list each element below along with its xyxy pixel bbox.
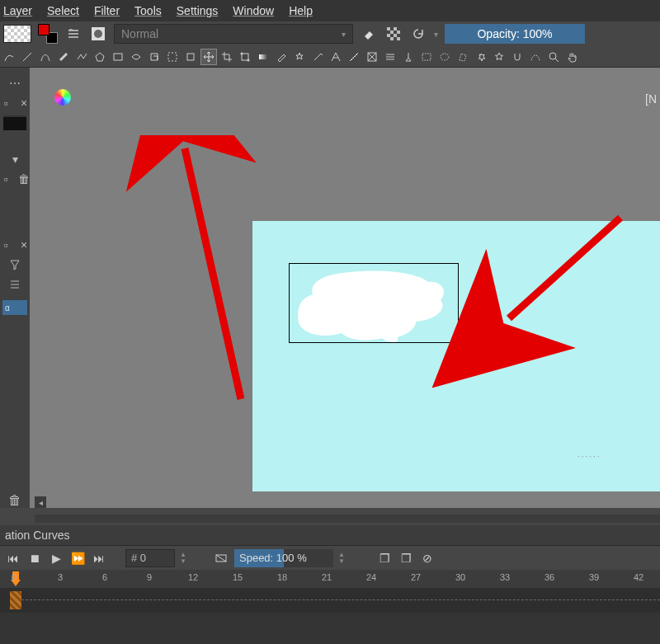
tool-calligraphy[interactable] xyxy=(56,49,71,64)
frame-number-input[interactable]: # 0 xyxy=(125,549,175,567)
eraser-toggle-icon[interactable] xyxy=(360,25,378,43)
play-button[interactable]: ▶ xyxy=(48,550,64,566)
tool-zoom[interactable] xyxy=(546,49,561,64)
opacity-value: Opacity: 100% xyxy=(477,27,552,40)
svg-line-16 xyxy=(185,148,241,399)
menu-layer[interactable]: Layer xyxy=(3,4,32,17)
layer-item-alpha[interactable]: α xyxy=(2,300,27,315)
add-layer-icon[interactable]: ▫ xyxy=(0,172,13,186)
frame-spinner[interactable]: ▲▼ xyxy=(180,549,191,567)
tool-multi[interactable] xyxy=(147,49,162,64)
tool-smart-patch[interactable] xyxy=(292,49,307,64)
tool-poly-select[interactable] xyxy=(455,49,470,64)
tool-fill[interactable] xyxy=(310,49,325,64)
onion-skin-icon[interactable]: ❐ xyxy=(376,550,393,566)
tick-36: 36 xyxy=(544,572,554,582)
svg-rect-5 xyxy=(114,54,122,60)
blend-mode-dropdown[interactable]: Normal ▾ xyxy=(114,24,353,44)
tool-similar-select[interactable] xyxy=(474,49,488,64)
tool-rect-select[interactable] xyxy=(419,49,434,64)
tool-move[interactable] xyxy=(201,49,216,64)
color-swatch[interactable] xyxy=(38,24,58,44)
dock-collapse-icon[interactable]: ▾ xyxy=(7,152,22,167)
tool-assistant[interactable] xyxy=(328,49,343,64)
pattern-swatch[interactable] xyxy=(3,25,31,43)
animation-curves-panel-title[interactable]: ation Curves xyxy=(0,525,660,545)
skip-forward-button[interactable]: ⏭ xyxy=(91,550,107,566)
reload-brush-icon[interactable] xyxy=(409,25,427,43)
filter-icon[interactable] xyxy=(7,257,22,272)
tool-ellipse-select[interactable] xyxy=(437,49,452,64)
tool-dyna[interactable] xyxy=(129,49,144,64)
brush-settings-icon[interactable] xyxy=(64,25,82,43)
tool-gradient[interactable] xyxy=(256,49,271,64)
tool-pan[interactable] xyxy=(564,49,579,64)
menu-select[interactable]: Select xyxy=(47,4,79,17)
frame-value: 0 xyxy=(140,552,146,564)
tick-42: 42 xyxy=(634,572,644,582)
resize-grip-icon[interactable]: ······ xyxy=(578,452,602,457)
speed-slider[interactable]: Speed: 100 % xyxy=(234,549,333,567)
alpha-lock-icon[interactable] xyxy=(384,25,403,43)
tool-row xyxy=(0,46,660,68)
dock-float-icon[interactable]: ▫ xyxy=(0,96,13,110)
timeline-ruler[interactable]: 0 3 6 9 12 15 18 21 24 27 30 33 36 39 42 xyxy=(0,570,660,588)
drop-frames-icon[interactable] xyxy=(213,550,229,566)
stop-button[interactable]: ⏹ xyxy=(26,550,43,566)
animation-toolbar: ⏮ ⏹ ▶ ⏩ ⏭ # 0 ▲▼ Speed: 100 % ▲▼ ❐ ❐ ⊘ xyxy=(0,545,660,570)
speed-spinner[interactable]: ▲▼ xyxy=(338,549,350,567)
onion-skin-disable-icon[interactable]: ⊘ xyxy=(419,550,436,566)
canvas-viewport[interactable]: [N ◂ xyxy=(30,68,660,508)
list-icon[interactable] xyxy=(7,277,22,292)
menu-help[interactable]: Help xyxy=(289,4,313,17)
tick-0: 0 xyxy=(12,572,16,582)
tool-reference[interactable] xyxy=(365,49,380,64)
tool-picker[interactable] xyxy=(274,49,289,64)
tool-magnetic-select[interactable] xyxy=(510,49,525,64)
tool-freehand[interactable] xyxy=(2,49,16,64)
tool-bezier[interactable] xyxy=(38,49,53,64)
blend-mode-value: Normal xyxy=(121,27,158,40)
tool-polygon[interactable] xyxy=(92,49,107,64)
timeline[interactable]: 0 3 6 9 12 15 18 21 24 27 30 33 36 39 42 xyxy=(0,570,660,644)
tool-transform[interactable] xyxy=(238,49,252,64)
scroll-track[interactable] xyxy=(35,515,660,523)
chevron-down-icon: ▾ xyxy=(342,30,346,39)
svg-point-10 xyxy=(248,59,250,61)
tool-deform[interactable] xyxy=(383,49,398,64)
keyframe-span[interactable] xyxy=(10,591,21,609)
menu-bar: Layer Select Filter Tools Settings Windo… xyxy=(0,0,660,21)
timeline-track[interactable] xyxy=(0,588,660,613)
tool-crop[interactable] xyxy=(219,49,234,64)
tick-18: 18 xyxy=(277,572,287,582)
reload-chevron-icon[interactable]: ▾ xyxy=(434,30,438,39)
tool-line[interactable] xyxy=(20,49,35,64)
tool-rectangle[interactable] xyxy=(111,49,125,64)
palette-swatch[interactable] xyxy=(3,115,26,130)
skip-back-button[interactable]: ⏮ xyxy=(5,550,21,566)
onion-skin-settings-icon[interactable]: ❐ xyxy=(398,550,414,566)
canvas[interactable] xyxy=(252,221,660,491)
menu-filter[interactable]: Filter xyxy=(94,4,120,17)
tool-text[interactable] xyxy=(183,49,198,64)
scroll-left-icon[interactable]: ◂ xyxy=(35,496,46,508)
dock-handle-icon[interactable]: ⋯ xyxy=(7,76,22,91)
menu-tools[interactable]: Tools xyxy=(134,4,162,17)
tool-bezier-select[interactable] xyxy=(528,49,543,64)
menu-window[interactable]: Window xyxy=(233,4,274,17)
tool-polyline[interactable] xyxy=(74,49,89,64)
dock-float2-icon[interactable]: ▫ xyxy=(0,237,13,252)
tick-24: 24 xyxy=(366,572,376,582)
horizontal-scrollbar[interactable]: ◂ xyxy=(35,496,660,508)
brush-preset-icon[interactable] xyxy=(89,25,107,43)
tool-measure[interactable] xyxy=(346,49,361,64)
tool-contiguous-select[interactable] xyxy=(492,49,507,64)
tool-pin[interactable] xyxy=(401,49,416,64)
trash-icon[interactable]: 🗑 xyxy=(8,493,21,508)
menu-settings[interactable]: Settings xyxy=(177,4,219,17)
fast-forward-button[interactable]: ⏩ xyxy=(69,550,86,566)
svg-point-15 xyxy=(549,53,556,59)
tool-edit-shapes[interactable] xyxy=(165,49,180,64)
opacity-slider[interactable]: Opacity: 100% xyxy=(445,24,585,44)
svg-point-9 xyxy=(241,52,243,54)
